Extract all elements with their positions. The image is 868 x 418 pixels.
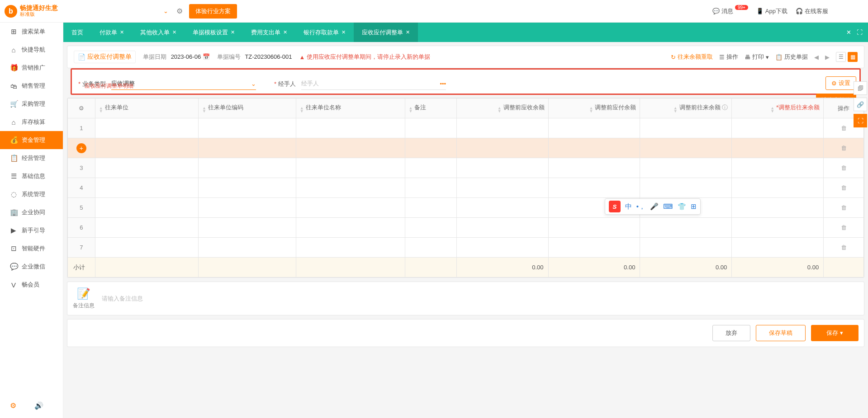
tab-4[interactable]: 费用支出单✕	[243, 23, 295, 42]
tab-close-icon[interactable]: ✕	[406, 29, 410, 35]
cell-unit-code[interactable]	[199, 198, 296, 218]
delete-row-icon[interactable]: 🗑	[841, 184, 847, 191]
sidebar-item-14[interactable]: V畅会员	[0, 276, 63, 294]
cell-post-bal[interactable]	[732, 158, 824, 178]
cell-post-bal[interactable]	[732, 198, 824, 218]
table-row[interactable]: 3🗑	[68, 158, 864, 178]
tab-close-all-icon[interactable]: ✕	[846, 29, 851, 36]
sidebar-item-9[interactable]: ◌系统管理	[0, 185, 63, 203]
cell-unit-name[interactable]	[296, 178, 405, 198]
app-download-button[interactable]: 📱 App下载	[756, 7, 787, 15]
sidebar-item-8[interactable]: ☰基础信息	[0, 167, 63, 185]
cell-pre-recv[interactable]	[456, 138, 548, 158]
table-row[interactable]: 1🗑	[68, 118, 864, 138]
cell-pre-recv[interactable]	[456, 198, 548, 218]
cell-post-bal[interactable]	[732, 118, 824, 138]
date-value[interactable]: 2023-06-06	[171, 53, 201, 60]
ime-lang[interactable]: 中	[625, 202, 632, 211]
cell-unit[interactable]	[95, 138, 198, 158]
ime-skin-icon[interactable]: 👕	[678, 202, 686, 211]
col-unit[interactable]: ▲▼往来单位	[95, 99, 198, 118]
cell-remark[interactable]	[405, 138, 456, 158]
print-button[interactable]: 🖶 打印 ▾	[745, 53, 769, 61]
cell-pre-bal[interactable]	[640, 118, 732, 138]
more-icon[interactable]: •••	[440, 80, 446, 87]
ime-keyboard-icon[interactable]: ⌨	[663, 202, 673, 211]
cell-unit-name[interactable]	[296, 118, 405, 138]
gear-icon[interactable]: ⚙	[176, 7, 183, 15]
cell-pre-recv[interactable]	[456, 218, 548, 238]
sidebar-item-2[interactable]: 🎁营销推广	[0, 59, 63, 77]
calendar-icon[interactable]: 📅	[203, 53, 210, 60]
table-row[interactable]: 4🗑	[68, 178, 864, 198]
settings-button[interactable]: ⚙ 设置	[825, 76, 856, 90]
sidebar-item-6[interactable]: 💰资金管理	[0, 131, 63, 149]
sidebar-item-1[interactable]: ⌂快捷导航	[0, 41, 63, 59]
card-view-toggle[interactable]: ▦	[848, 52, 858, 62]
settings-icon[interactable]: ⚙	[10, 401, 16, 410]
cell-unit-name[interactable]	[296, 138, 405, 158]
cell-unit-name[interactable]	[296, 238, 405, 258]
cell-pre-recv[interactable]	[456, 118, 548, 138]
cell-post-bal[interactable]	[732, 238, 824, 258]
reget-balance-button[interactable]: ↻ 往来余额重取	[671, 53, 713, 61]
table-row[interactable]: +🗑	[68, 138, 864, 158]
cell-pre-pay[interactable]	[548, 118, 640, 138]
sidebar-item-13[interactable]: 💬企业微信	[0, 258, 63, 276]
add-row-button[interactable]: +	[76, 143, 86, 153]
delete-row-icon[interactable]: 🗑	[841, 224, 847, 231]
cell-remark[interactable]	[405, 198, 456, 218]
cell-unit[interactable]	[95, 218, 198, 238]
cell-pre-pay[interactable]	[548, 178, 640, 198]
prev-icon[interactable]: ◀	[814, 54, 819, 61]
tab-close-icon[interactable]: ✕	[172, 29, 176, 35]
try-industry-button[interactable]: 体验行业方案	[189, 4, 237, 19]
next-icon[interactable]: ▶	[825, 54, 830, 61]
ime-toolbar[interactable]: S 中 •， 🎤 ⌨ 👕 ⊞	[605, 198, 701, 215]
col-unit-name[interactable]: ▲▼往来单位名称	[296, 99, 405, 118]
tab-close-icon[interactable]: ✕	[231, 29, 235, 35]
delete-row-icon[interactable]: 🗑	[841, 145, 847, 151]
save-draft-button[interactable]: 保存草稿	[756, 325, 806, 341]
sidebar-item-3[interactable]: 🛍销售管理	[0, 77, 63, 95]
gear-header[interactable]: ⚙	[68, 99, 95, 118]
ime-punct-icon[interactable]: •，	[636, 202, 645, 211]
cell-unit-name[interactable]	[296, 198, 405, 218]
table-row[interactable]: 6🗑	[68, 218, 864, 238]
handler-input[interactable]: 经手人 •••	[301, 78, 446, 90]
table-row[interactable]: 5🗑	[68, 198, 864, 218]
cell-remark[interactable]	[405, 158, 456, 178]
sidebar-item-0[interactable]: ⊞搜索菜单	[0, 23, 63, 41]
history-button[interactable]: 📋 历史单据	[775, 53, 808, 61]
cell-unit-code[interactable]	[199, 178, 296, 198]
cell-pre-bal[interactable]	[640, 238, 732, 258]
cell-unit[interactable]	[95, 178, 198, 198]
cell-unit-code[interactable]	[199, 158, 296, 178]
sound-icon[interactable]: 🔊	[34, 401, 43, 410]
cell-unit-code[interactable]	[199, 138, 296, 158]
col-pre-recv[interactable]: ▲▼调整前应收余额	[456, 99, 548, 118]
table-row[interactable]: 7🗑	[68, 238, 864, 258]
cell-unit-code[interactable]	[199, 238, 296, 258]
tab-1[interactable]: 付款单✕	[91, 23, 132, 42]
tab-close-icon[interactable]: ✕	[120, 29, 124, 35]
cell-unit[interactable]	[95, 238, 198, 258]
customer-service-button[interactable]: 🎧 在线客服	[796, 7, 828, 15]
sidebar-item-12[interactable]: ⊡智能硬件	[0, 240, 63, 258]
col-pre-pay[interactable]: ▲▼调整前应付余额	[548, 99, 640, 118]
rail-expand-icon[interactable]: ⛶	[854, 114, 867, 127]
ime-toolbox-icon[interactable]: ⊞	[691, 202, 697, 211]
operations-button[interactable]: ☰ 操作	[719, 53, 738, 61]
cell-unit[interactable]	[95, 198, 198, 218]
list-view-toggle[interactable]: ☰	[836, 52, 846, 62]
cell-pre-bal[interactable]	[640, 178, 732, 198]
tab-2[interactable]: 其他收入单✕	[132, 23, 185, 42]
delete-row-icon[interactable]: 🗑	[841, 164, 847, 171]
cell-pre-bal[interactable]	[640, 218, 732, 238]
col-pre-bal[interactable]: ▲▼调整前往来余额 ⓘ	[640, 99, 732, 118]
cell-pre-recv[interactable]	[456, 158, 548, 178]
cell-pre-recv[interactable]	[456, 178, 548, 198]
cell-unit-name[interactable]	[296, 218, 405, 238]
cell-pre-pay[interactable]	[548, 158, 640, 178]
delete-row-icon[interactable]: 🗑	[841, 125, 847, 132]
